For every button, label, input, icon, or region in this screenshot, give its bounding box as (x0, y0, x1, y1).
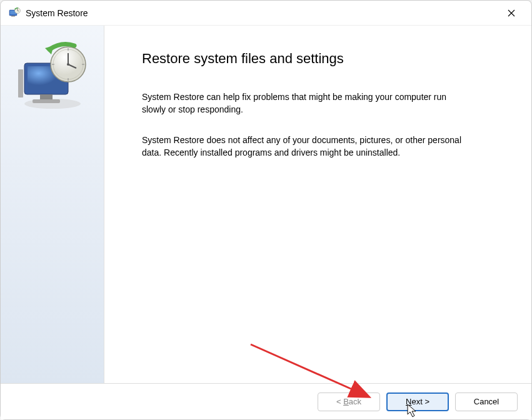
svg-rect-2 (11, 16, 15, 17)
next-button[interactable]: Next > (386, 392, 449, 411)
svg-point-16 (67, 63, 69, 66)
footer-buttons: < Back Next > Cancel (1, 383, 531, 419)
sidebar (1, 26, 104, 383)
system-restore-window: System Restore (0, 0, 532, 420)
close-button[interactable] (499, 4, 524, 22)
body-area: Restore system files and settings System… (1, 26, 531, 383)
svg-marker-21 (45, 46, 54, 54)
restore-illustration (15, 38, 90, 113)
titlebar: System Restore (1, 1, 531, 26)
back-button: < Back (318, 392, 380, 411)
app-icon (8, 7, 21, 19)
window-title: System Restore (26, 8, 499, 18)
intro-paragraph-1: System Restore can help fix problems tha… (142, 91, 467, 116)
content-area: Restore system files and settings System… (104, 26, 531, 383)
page-heading: Restore system files and settings (142, 51, 500, 67)
svg-rect-11 (18, 69, 23, 98)
svg-rect-9 (40, 94, 53, 99)
cancel-button[interactable]: Cancel (455, 392, 518, 411)
intro-paragraph-2: System Restore does not affect any of yo… (142, 134, 467, 159)
close-icon (508, 9, 515, 17)
svg-rect-10 (33, 99, 60, 103)
